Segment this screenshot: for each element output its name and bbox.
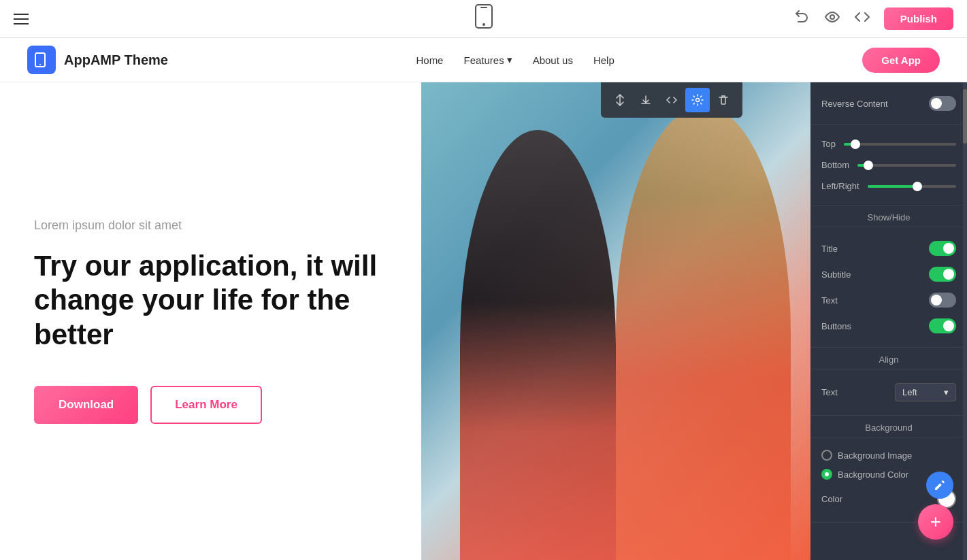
subtitle-toggle-row: Subtitle — [821, 261, 956, 287]
bg-image-row: Background Image — [821, 446, 956, 465]
buttons-toggle-label: Buttons — [821, 321, 851, 331]
svg-point-1 — [482, 23, 485, 26]
hero-left-panel: Lorem ipsum dolor sit amet Try our appli… — [0, 82, 421, 560]
learn-more-button[interactable]: Learn More — [150, 386, 262, 424]
bottom-label: Bottom — [821, 160, 849, 170]
nav-about[interactable]: About us — [533, 54, 573, 66]
text-slider — [929, 293, 956, 308]
bottom-slider[interactable] — [857, 164, 956, 167]
svg-point-5 — [39, 64, 41, 65]
panel-scrollbar — [963, 82, 967, 560]
leftright-label: Left/Right — [821, 181, 859, 191]
reverse-content-row: Reverse Content — [821, 90, 956, 116]
reverse-content-section: Reverse Content — [810, 82, 967, 125]
nav-help[interactable]: Help — [593, 54, 614, 66]
hero-image — [421, 82, 810, 560]
svg-point-6 — [696, 99, 700, 102]
reverse-content-label: Reverse Content — [821, 99, 888, 109]
reverse-content-slider — [929, 96, 956, 111]
text-toggle[interactable] — [929, 293, 956, 308]
undo-icon[interactable] — [794, 9, 810, 29]
bg-color-label: Background Color — [838, 470, 908, 480]
bg-color-radio[interactable] — [821, 469, 832, 480]
add-section-fab[interactable]: + — [918, 504, 953, 540]
top-bar-left — [14, 14, 29, 24]
site-nav: Home Features ▾ About us Help — [416, 54, 614, 66]
edit-fab[interactable] — [926, 472, 953, 499]
download-button[interactable]: Download — [34, 386, 138, 424]
text-align-label: Text — [821, 387, 838, 397]
buttons-slider — [929, 318, 956, 333]
site-logo: AppAMP Theme — [27, 46, 168, 74]
text-toggle-label: Text — [821, 295, 838, 306]
top-label: Top — [821, 139, 836, 149]
buttons-toggle-row: Buttons — [821, 313, 956, 339]
reverse-content-toggle[interactable] — [929, 96, 956, 111]
logo-text: AppAMP Theme — [64, 52, 168, 68]
bg-image-radio[interactable] — [821, 450, 832, 461]
title-toggle-label: Title — [821, 244, 838, 254]
publish-button[interactable]: Publish — [884, 7, 953, 30]
preview-icon[interactable] — [824, 9, 840, 29]
top-bar-center — [474, 4, 493, 33]
hamburger-menu[interactable] — [14, 14, 29, 24]
hero-buttons: Download Learn More — [34, 386, 387, 424]
toolbar-delete-icon[interactable] — [711, 88, 736, 112]
hero-section: Lorem ipsum dolor sit amet Try our appli… — [0, 82, 810, 560]
top-bar: Publish — [0, 0, 967, 38]
align-section: Text Left ▾ — [810, 369, 967, 416]
background-header: Background — [810, 416, 967, 438]
logo-icon — [27, 46, 56, 74]
code-icon[interactable] — [854, 9, 870, 29]
subtitle-toggle[interactable] — [929, 267, 956, 282]
text-align-value: Left — [902, 387, 917, 397]
title-toggle[interactable] — [929, 241, 956, 256]
top-slider[interactable] — [844, 143, 956, 146]
showhide-header: Show/Hide — [810, 205, 967, 227]
leftright-slider[interactable] — [868, 185, 956, 188]
site-header: AppAMP Theme Home Features ▾ About us He… — [0, 38, 967, 82]
color-label: Color — [821, 494, 842, 504]
showhide-section: Title Subtitle Text Buttons — [810, 227, 967, 348]
nav-features[interactable]: Features ▾ — [463, 54, 512, 66]
svg-point-3 — [830, 15, 834, 19]
text-align-row: Text Left ▾ — [821, 378, 956, 407]
hero-title: Try our application, it will change your… — [34, 249, 387, 352]
align-header: Align — [810, 348, 967, 369]
features-dropdown-icon: ▾ — [507, 54, 512, 66]
hero-subtitle: Lorem ipsum dolor sit amet — [34, 218, 387, 233]
get-app-button[interactable]: Get App — [862, 48, 940, 73]
title-toggle-row: Title — [821, 235, 956, 261]
nav-home[interactable]: Home — [416, 54, 443, 66]
toolbar-code-icon[interactable] — [659, 88, 684, 112]
hero-right-panel — [421, 82, 810, 560]
mobile-view-icon[interactable] — [474, 4, 493, 33]
title-slider — [929, 241, 956, 256]
top-row: Top — [821, 133, 956, 154]
subtitle-slider — [929, 267, 956, 282]
top-bar-right: Publish — [794, 7, 953, 30]
spacing-section: Top Bottom Left/Right — [810, 125, 967, 205]
bottom-row: Bottom — [821, 154, 956, 176]
buttons-toggle[interactable] — [929, 318, 956, 333]
subtitle-toggle-label: Subtitle — [821, 269, 851, 280]
section-toolbar — [601, 82, 742, 118]
text-align-select[interactable]: Left ▾ — [895, 383, 956, 401]
main-area: Lorem ipsum dolor sit amet Try our appli… — [0, 82, 967, 560]
toolbar-settings-icon[interactable] — [685, 88, 710, 112]
leftright-row: Left/Right — [821, 176, 956, 197]
bg-image-label: Background Image — [838, 450, 912, 461]
text-toggle-row: Text — [821, 287, 956, 313]
toolbar-download-icon[interactable] — [634, 88, 658, 112]
select-chevron-icon: ▾ — [944, 387, 949, 397]
toolbar-reorder-icon[interactable] — [608, 88, 632, 112]
panel-scrollbar-thumb[interactable] — [963, 89, 967, 144]
